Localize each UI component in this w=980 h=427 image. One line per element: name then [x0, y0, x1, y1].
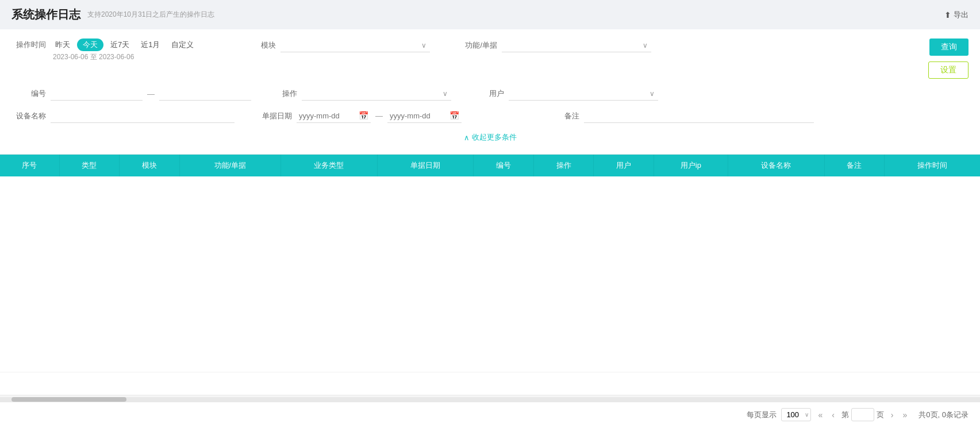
function-select-wrap: ∨	[502, 39, 651, 52]
header-left: 系统操作日志 支持2020年10月31日之后产生的操作日志	[11, 7, 214, 22]
module-select-wrap: ∨	[280, 39, 430, 52]
remark-input[interactable]	[584, 109, 814, 123]
number-to-input[interactable]	[159, 87, 251, 101]
col-number: 编号	[474, 155, 533, 176]
data-table: 序号 类型 模块 功能/单据 业务类型 单据日期 编号 操作 用户 用户ip 设…	[0, 155, 980, 372]
device-label: 设备名称	[11, 111, 46, 121]
page-size-select[interactable]: 100 10 20 50	[781, 408, 811, 421]
page-number-input[interactable]: 1	[851, 408, 874, 421]
number-label: 编号	[11, 89, 46, 99]
time-btn-today[interactable]: 今天	[77, 39, 103, 51]
page-title: 系统操作日志	[11, 7, 80, 22]
voucher-date-to-input[interactable]	[390, 111, 447, 120]
time-btn-custom[interactable]: 自定义	[167, 39, 198, 51]
col-op-time: 操作时间	[884, 155, 980, 176]
col-operation: 操作	[533, 155, 593, 176]
time-btn-1month[interactable]: 近1月	[136, 39, 164, 51]
table-container: 序号 类型 模块 功能/单据 业务类型 单据日期 编号 操作 用户 用户ip 设…	[0, 155, 980, 395]
scrollbar-thumb[interactable]	[11, 397, 126, 402]
col-voucher-date: 单据日期	[377, 155, 474, 176]
remark-label: 备注	[556, 111, 579, 121]
function-label: 功能/单据	[460, 40, 497, 51]
pagination-bar: 每页显示 100 10 20 50 ∨ « ‹ 第 1 页 › » 共0页, 0…	[0, 402, 980, 427]
voucher-date-separator: —	[375, 111, 383, 120]
page-size-label: 每页显示	[747, 410, 777, 420]
user-label: 用户	[481, 89, 504, 99]
prev-page-button[interactable]: ‹	[829, 409, 837, 421]
page-unit-label: 页	[877, 410, 884, 420]
scrollbar-area	[0, 395, 980, 402]
col-user-ip: 用户ip	[654, 155, 728, 176]
page-prefix-label: 第	[841, 410, 849, 420]
empty-cell	[0, 176, 980, 372]
first-page-button[interactable]: «	[816, 409, 825, 421]
col-type: 类型	[59, 155, 119, 176]
time-btn-yesterday[interactable]: 昨天	[51, 39, 75, 51]
col-module: 模块	[120, 155, 179, 176]
page-container: 系统操作日志 支持2020年10月31日之后产生的操作日志 ⬆ 导出 操作时间 …	[0, 0, 980, 427]
time-range-text: 2023-06-06 至 2023-06-06	[53, 53, 134, 61]
module-label: 模块	[253, 40, 276, 51]
next-page-button[interactable]: ›	[889, 409, 896, 421]
module-select[interactable]	[280, 39, 430, 52]
filter-area: 操作时间 昨天 今天 近7天 近1月 自定义 2023-06-06 至 2023…	[0, 29, 980, 155]
scrollbar-track	[0, 397, 980, 402]
col-user: 用户	[594, 155, 654, 176]
operation-select[interactable]	[302, 87, 451, 101]
calendar-to-icon[interactable]: 📅	[449, 111, 459, 120]
number-separator: —	[147, 90, 155, 98]
voucher-date-from-input[interactable]	[299, 111, 356, 120]
operation-label: 操作	[274, 89, 297, 99]
voucher-date-from-wrap: 📅	[297, 109, 371, 123]
export-label: 导出	[954, 10, 969, 20]
device-input[interactable]	[51, 109, 235, 123]
collapse-button[interactable]: ∧ 收起更多条件	[464, 132, 517, 143]
page-num-wrap: 第 1 页	[841, 408, 884, 421]
last-page-button[interactable]: »	[901, 409, 910, 421]
user-select[interactable]	[509, 87, 658, 101]
chevron-up-icon: ∧	[464, 133, 470, 142]
number-from-input[interactable]	[51, 87, 143, 101]
page-size-wrap: 100 10 20 50 ∨	[781, 408, 811, 421]
page-header: 系统操作日志 支持2020年10月31日之后产生的操作日志 ⬆ 导出	[0, 0, 980, 29]
voucher-date-to-wrap: 📅	[387, 109, 462, 123]
time-label: 操作时间	[11, 40, 46, 50]
time-filter-group: 昨天 今天 近7天 近1月 自定义	[51, 39, 198, 51]
query-button[interactable]: 查询	[929, 39, 969, 56]
collapse-label: 收起更多条件	[472, 132, 517, 143]
collapse-bar: ∧ 收起更多条件	[11, 129, 969, 148]
calendar-from-icon[interactable]: 📅	[359, 111, 368, 120]
function-select[interactable]	[502, 39, 651, 52]
table-header-row: 序号 类型 模块 功能/单据 业务类型 单据日期 编号 操作 用户 用户ip 设…	[0, 155, 980, 176]
voucher-date-label: 单据日期	[258, 111, 292, 121]
empty-row	[0, 176, 980, 372]
time-btn-7days[interactable]: 近7天	[106, 39, 134, 51]
col-biz-type: 业务类型	[281, 155, 378, 176]
settings-button[interactable]: 设置	[928, 61, 969, 79]
page-subtitle: 支持2020年10月31日之后产生的操作日志	[87, 10, 214, 20]
table-body	[0, 176, 980, 372]
col-device: 设备名称	[728, 155, 824, 176]
total-info: 共0页, 0条记录	[918, 410, 969, 420]
user-select-wrap: ∨	[509, 87, 658, 101]
col-index: 序号	[0, 155, 59, 176]
export-button[interactable]: ⬆ 导出	[944, 10, 969, 20]
col-function: 功能/单据	[179, 155, 280, 176]
export-icon: ⬆	[944, 10, 951, 20]
col-remark: 备注	[824, 155, 884, 176]
operation-select-wrap: ∨	[302, 87, 451, 101]
